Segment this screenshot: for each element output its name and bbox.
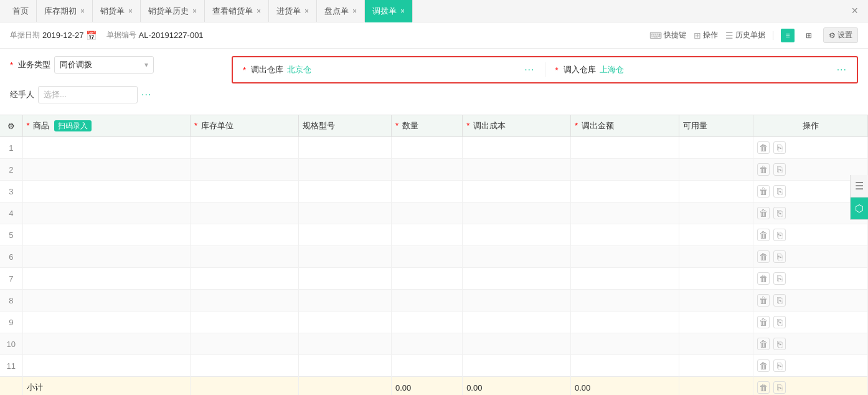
close-tab-purchase[interactable]: × <box>304 7 309 16</box>
row-cost-cell[interactable] <box>463 181 571 202</box>
gear-column-header[interactable]: ⚙ <box>0 115 22 137</box>
close-tab-stocktake[interactable]: × <box>352 7 357 16</box>
right-toolbar-list-icon[interactable]: ☰ <box>851 175 868 198</box>
close-tab-transfer[interactable]: × <box>400 7 405 16</box>
row-amount-cell[interactable] <box>570 355 679 377</box>
list-view-button[interactable]: ≡ <box>781 29 795 42</box>
row-qty-cell[interactable] <box>392 355 463 377</box>
row-spec-cell[interactable] <box>298 224 391 246</box>
copy-row-icon[interactable]: ⎘ <box>773 141 786 154</box>
row-cost-cell[interactable] <box>463 202 571 224</box>
operation-button[interactable]: ⊞ 操作 <box>694 30 718 40</box>
row-qty-cell[interactable] <box>392 224 463 246</box>
row-cost-cell[interactable] <box>463 333 571 355</box>
grid-view-button[interactable]: ⊞ <box>802 29 816 42</box>
delete-row-icon[interactable]: 🗑 <box>757 359 770 372</box>
close-tab-sales-order[interactable]: × <box>128 7 133 16</box>
row-qty-cell[interactable] <box>392 333 463 355</box>
history-button[interactable]: ☰ 历史单据 <box>725 30 765 40</box>
out-warehouse-more-icon[interactable]: ··· <box>524 64 534 75</box>
tab-view-sales[interactable]: 查看销货单 × <box>205 0 269 22</box>
row-unit-cell[interactable] <box>190 355 298 377</box>
row-product-cell[interactable] <box>22 159 190 181</box>
scan-entry-button[interactable]: 扫码录入 <box>54 120 92 131</box>
delete-row-icon[interactable]: 🗑 <box>757 294 770 307</box>
handler-more-icon[interactable]: ··· <box>141 89 151 100</box>
copy-row-icon[interactable]: ⎘ <box>773 250 786 263</box>
tab-sales-history[interactable]: 销货单历史 × <box>141 0 205 22</box>
close-tab-sales-history[interactable]: × <box>192 7 197 16</box>
tab-stocktake[interactable]: 盘点单 × <box>317 0 365 22</box>
close-tab-inventory-init[interactable]: × <box>80 7 85 16</box>
tab-inventory-init[interactable]: 库存期初 × <box>37 0 93 22</box>
row-qty-cell[interactable] <box>392 312 463 333</box>
delete-row-icon[interactable]: 🗑 <box>757 207 770 219</box>
row-product-cell[interactable] <box>22 268 190 290</box>
row-qty-cell[interactable] <box>392 181 463 202</box>
row-product-cell[interactable] <box>22 312 190 333</box>
row-unit-cell[interactable] <box>190 224 298 246</box>
copy-row-icon[interactable]: ⎘ <box>773 185 786 198</box>
row-product-cell[interactable] <box>22 202 190 224</box>
delete-row-icon[interactable]: 🗑 <box>757 163 770 176</box>
row-product-cell[interactable] <box>22 246 190 268</box>
copy-row-icon[interactable]: ⎘ <box>773 272 786 285</box>
row-cost-cell[interactable] <box>463 290 571 312</box>
row-cost-cell[interactable] <box>463 137 571 159</box>
row-unit-cell[interactable] <box>190 333 298 355</box>
copy-row-icon[interactable]: ⎘ <box>773 294 786 307</box>
handler-select[interactable]: 选择... <box>38 86 138 103</box>
tab-sales-order[interactable]: 销货单 × <box>93 0 141 22</box>
tab-purchase[interactable]: 进货单 × <box>269 0 317 22</box>
row-unit-cell[interactable] <box>190 290 298 312</box>
row-product-cell[interactable] <box>22 181 190 202</box>
row-spec-cell[interactable] <box>298 137 391 159</box>
calendar-icon[interactable]: 📅 <box>87 31 97 40</box>
row-cost-cell[interactable] <box>463 355 571 377</box>
close-all-tabs-button[interactable]: × <box>846 4 863 17</box>
row-cost-cell[interactable] <box>463 268 571 290</box>
row-cost-cell[interactable] <box>463 224 571 246</box>
row-unit-cell[interactable] <box>190 202 298 224</box>
row-spec-cell[interactable] <box>298 268 391 290</box>
copy-row-icon[interactable]: ⎘ <box>773 338 786 350</box>
in-warehouse-more-icon[interactable]: ··· <box>837 64 847 75</box>
row-amount-cell[interactable] <box>570 246 679 268</box>
copy-subtotal-icon[interactable]: ⎘ <box>773 381 786 394</box>
row-spec-cell[interactable] <box>298 202 391 224</box>
row-spec-cell[interactable] <box>298 181 391 202</box>
delete-subtotal-icon[interactable]: 🗑 <box>757 381 770 394</box>
row-unit-cell[interactable] <box>190 312 298 333</box>
delete-row-icon[interactable]: 🗑 <box>757 272 770 285</box>
row-spec-cell[interactable] <box>298 246 391 268</box>
row-amount-cell[interactable] <box>570 312 679 333</box>
row-unit-cell[interactable] <box>190 181 298 202</box>
right-toolbar-expand-icon[interactable]: ⬡ <box>851 198 868 220</box>
row-amount-cell[interactable] <box>570 181 679 202</box>
row-qty-cell[interactable] <box>392 290 463 312</box>
row-amount-cell[interactable] <box>570 333 679 355</box>
row-spec-cell[interactable] <box>298 333 391 355</box>
row-product-cell[interactable] <box>22 333 190 355</box>
row-amount-cell[interactable] <box>570 290 679 312</box>
close-tab-view-sales[interactable]: × <box>257 7 261 16</box>
copy-row-icon[interactable]: ⎘ <box>773 359 786 372</box>
row-unit-cell[interactable] <box>190 159 298 181</box>
row-product-cell[interactable] <box>22 137 190 159</box>
row-qty-cell[interactable] <box>392 202 463 224</box>
row-amount-cell[interactable] <box>570 202 679 224</box>
delete-row-icon[interactable]: 🗑 <box>757 185 770 198</box>
row-qty-cell[interactable] <box>392 159 463 181</box>
delete-row-icon[interactable]: 🗑 <box>757 316 770 328</box>
row-unit-cell[interactable] <box>190 268 298 290</box>
row-spec-cell[interactable] <box>298 312 391 333</box>
tab-home[interactable]: 首页 <box>5 0 37 22</box>
copy-row-icon[interactable]: ⎘ <box>773 207 786 219</box>
row-qty-cell[interactable] <box>392 268 463 290</box>
row-unit-cell[interactable] <box>190 246 298 268</box>
copy-row-icon[interactable]: ⎘ <box>773 163 786 176</box>
delete-row-icon[interactable]: 🗑 <box>757 229 770 241</box>
row-cost-cell[interactable] <box>463 159 571 181</box>
row-unit-cell[interactable] <box>190 137 298 159</box>
row-amount-cell[interactable] <box>570 268 679 290</box>
